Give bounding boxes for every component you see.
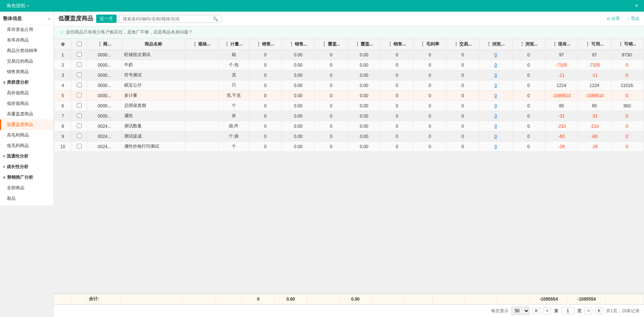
search-input[interactable] bbox=[123, 16, 211, 21]
col-header-spec[interactable]: ⋮ 规格... bbox=[185, 39, 219, 50]
col-header-sales2[interactable]: ⋮ 销售... bbox=[282, 39, 314, 50]
col-header-unit[interactable]: ⋮ 计量... bbox=[219, 39, 249, 50]
row-checkbox[interactable] bbox=[77, 72, 82, 77]
row-available: -11 bbox=[578, 70, 611, 80]
row-browse2: 0 bbox=[512, 131, 545, 142]
page-size-select[interactable]: 50 100 200 bbox=[511, 307, 530, 315]
row-cover1: 0 bbox=[315, 101, 347, 111]
sidebar-item-全部商品[interactable]: 全部商品 bbox=[0, 183, 54, 193]
row-sales2: 0.00 bbox=[282, 80, 314, 91]
col-header-code[interactable]: ⋮ 商... bbox=[87, 39, 122, 50]
next-page-button[interactable]: > bbox=[585, 307, 592, 314]
share-button[interactable]: ⎘ 分享 bbox=[607, 16, 620, 22]
row-margin: 0 bbox=[413, 50, 446, 60]
sidebar-section-4[interactable]: ∨营销推广分析 bbox=[0, 172, 54, 183]
sidebar-item-有库存商品[interactable]: 有库存商品 bbox=[0, 35, 54, 45]
page-input[interactable] bbox=[561, 307, 574, 314]
sidebar-item-库存资金占用[interactable]: 库存资金占用 bbox=[0, 24, 54, 35]
sidebar-item-低覆盖度商品[interactable]: 低覆盖度商品 bbox=[0, 119, 54, 130]
col-header-check[interactable] bbox=[71, 39, 87, 50]
row-check bbox=[71, 50, 87, 60]
pagination: 每页显示 50 100 200 K < 第 页 > K 共1页，10条记录 bbox=[54, 304, 644, 317]
row-sales2: 0.00 bbox=[282, 142, 314, 152]
browse-link[interactable]: 0 bbox=[494, 52, 497, 58]
row-sales2: 0.00 bbox=[282, 91, 314, 101]
sidebar-section-1[interactable]: ∨类群度分析 bbox=[0, 77, 54, 88]
row-check bbox=[71, 131, 87, 142]
col-header-trade[interactable]: ⋮ 交易... bbox=[446, 39, 479, 50]
search-icon[interactable]: 🔍 bbox=[213, 16, 218, 21]
row-checkbox[interactable] bbox=[77, 123, 82, 128]
export-button[interactable]: ↑ 导出 bbox=[627, 16, 640, 22]
browse-link[interactable]: 0 bbox=[494, 103, 497, 108]
row-checkbox[interactable] bbox=[77, 93, 82, 98]
row-checkbox[interactable] bbox=[77, 134, 82, 138]
main-layout: 整体信息 « 库存资金占用有库存商品商品分类动销率交易过的商品销售类商品∨类群度… bbox=[0, 12, 644, 317]
last-page-button[interactable]: K bbox=[595, 307, 603, 314]
row-spec bbox=[185, 80, 219, 91]
col-header-browse1[interactable]: ⋮ 浏览... bbox=[479, 39, 512, 50]
row-checkbox[interactable] bbox=[77, 144, 82, 148]
row-available: -1089510 bbox=[578, 91, 611, 101]
browse-link[interactable]: 0 bbox=[494, 63, 497, 68]
search-box: 🔍 bbox=[119, 15, 221, 23]
browse-link[interactable]: 0 bbox=[494, 93, 497, 98]
row-browse2: 0 bbox=[512, 111, 545, 121]
browse-link[interactable]: 0 bbox=[494, 144, 497, 149]
col-header-sales1[interactable]: ⋮ 销售... bbox=[249, 39, 282, 50]
col-header-cover1[interactable]: ⋮ 覆盖... bbox=[315, 39, 347, 50]
row-unit: 袋,件 bbox=[219, 121, 249, 131]
row-code: 0024... bbox=[87, 121, 122, 131]
sidebar-item-交易过的商品[interactable]: 交易过的商品 bbox=[0, 56, 54, 67]
col-header-name[interactable]: 商品名称 bbox=[122, 39, 185, 50]
sidebar-item-高毛利商品[interactable]: 高毛利商品 bbox=[0, 130, 54, 140]
table-container[interactable]: ⚙⋮ 商...商品名称⋮ 规格...⋮ 计量...⋮ 销售...⋮ 销售...⋮… bbox=[54, 39, 644, 293]
col-header-saleable[interactable]: ⋮ 可销... bbox=[611, 39, 644, 50]
row-checkbox[interactable] bbox=[77, 103, 82, 108]
browse-link[interactable]: 0 bbox=[494, 134, 497, 139]
browse-link[interactable]: 0 bbox=[494, 83, 497, 88]
row-checkbox[interactable] bbox=[77, 62, 82, 67]
prev-page-button[interactable]: < bbox=[543, 307, 551, 314]
col-header-cover2[interactable]: ⋮ 覆盖... bbox=[347, 39, 380, 50]
sidebar-item-新品[interactable]: 新品 bbox=[0, 193, 54, 204]
sidebar-item-高覆盖度商品[interactable]: 高覆盖度商品 bbox=[0, 109, 54, 119]
row-checkbox[interactable] bbox=[77, 83, 82, 87]
row-checkbox[interactable] bbox=[77, 52, 82, 57]
row-unit: 克,千克 bbox=[219, 91, 249, 101]
row-browse1: 0 bbox=[479, 131, 512, 142]
sidebar-section-2[interactable]: >流通性分析 bbox=[0, 151, 54, 162]
row-sales2: 0.00 bbox=[282, 131, 314, 142]
sidebar-collapse-button[interactable]: « bbox=[48, 16, 51, 21]
col-header-gear[interactable]: ⚙ bbox=[54, 39, 72, 50]
nav-item-角色授权[interactable]: 角色授权 × bbox=[3, 0, 42, 12]
sidebar-section-3[interactable]: >成长性分析 bbox=[0, 162, 54, 172]
browse-link[interactable]: 0 bbox=[494, 73, 497, 78]
browse-link[interactable]: 0 bbox=[494, 124, 497, 129]
col-header-browse2[interactable]: ⋮ 浏览... bbox=[512, 39, 545, 50]
sidebar-item-低毛利商品[interactable]: 低毛利商品 bbox=[0, 140, 54, 151]
row-spec bbox=[185, 70, 219, 80]
sidebar-item-销售类商品[interactable]: 销售类商品 bbox=[0, 67, 54, 77]
window-close-button[interactable]: × bbox=[632, 3, 641, 9]
row-current: -60 bbox=[545, 131, 578, 142]
row-num: 2 bbox=[54, 60, 72, 70]
nav-close-角色授权[interactable]: × bbox=[27, 4, 29, 8]
row-cover2: 0.00 bbox=[347, 50, 380, 60]
row-sales3: 0 bbox=[381, 131, 413, 142]
browse-link[interactable]: 0 bbox=[494, 114, 497, 119]
first-page-button[interactable]: K bbox=[533, 307, 541, 314]
select-all-checkbox[interactable] bbox=[77, 41, 82, 46]
row-checkbox[interactable] bbox=[77, 113, 82, 118]
col-header-sales3[interactable]: ⋮ 销售... bbox=[381, 39, 413, 50]
sidebar-item-高价值商品[interactable]: 高价值商品 bbox=[0, 88, 54, 98]
gear-icon[interactable]: ⚙ bbox=[61, 42, 65, 47]
sidebar-item-商品分类动销率[interactable]: 商品分类动销率 bbox=[0, 45, 54, 56]
col-header-available[interactable]: ⋮ 可用... bbox=[578, 39, 611, 50]
time-filter-button[interactable]: 近一月 bbox=[96, 15, 117, 23]
col-header-current[interactable]: ⋮ 现有... bbox=[545, 39, 578, 50]
row-unit: 个 bbox=[219, 101, 249, 111]
row-name: 牛奶 bbox=[122, 60, 185, 70]
sidebar-item-低价值商品[interactable]: 低价值商品 bbox=[0, 98, 54, 109]
col-header-margin[interactable]: ⋮ 毛利率 bbox=[413, 39, 446, 50]
